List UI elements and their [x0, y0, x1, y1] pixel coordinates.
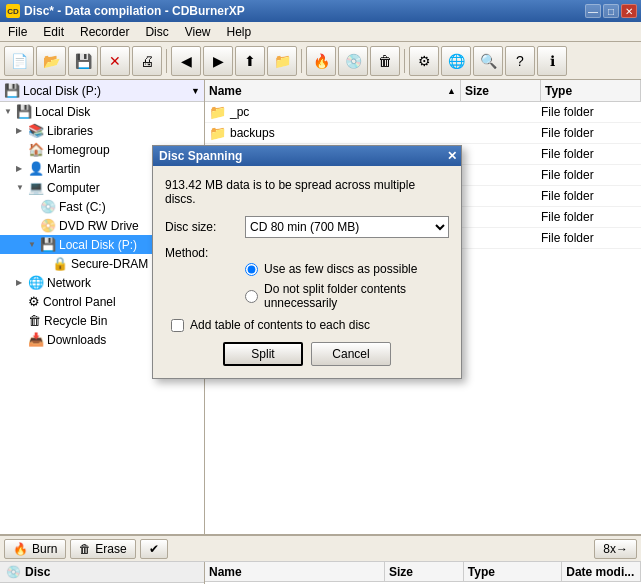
- disc-size-row: Disc size: CD 80 min (700 MB) CD 74 min …: [165, 216, 449, 238]
- checkbox-label: Add table of contents to each disc: [190, 318, 370, 332]
- dialog-message: 913.42 MB data is to be spread across mu…: [165, 178, 449, 206]
- cancel-button[interactable]: Cancel: [311, 342, 391, 366]
- disc-size-select[interactable]: CD 80 min (700 MB) CD 74 min (650 MB) DV…: [245, 216, 449, 238]
- radio1-input[interactable]: [245, 263, 258, 276]
- method-label: Method:: [165, 246, 245, 260]
- dialog-title-text: Disc Spanning: [159, 149, 242, 163]
- toc-checkbox[interactable]: [171, 319, 184, 332]
- checkbox-row: Add table of contents to each disc: [165, 318, 449, 332]
- radio2-row: Do not split folder contents unnecessari…: [165, 282, 449, 310]
- radio2-input[interactable]: [245, 290, 258, 303]
- disc-size-label: Disc size:: [165, 220, 245, 234]
- radio1-label: Use as few discs as possible: [264, 262, 417, 276]
- dialog-body: 913.42 MB data is to be spread across mu…: [153, 166, 461, 378]
- radio1-row: Use as few discs as possible: [165, 262, 449, 276]
- dialog-close-button[interactable]: ✕: [447, 149, 457, 163]
- dialog-title-bar: Disc Spanning ✕: [153, 146, 461, 166]
- radio2-label: Do not split folder contents unnecessari…: [264, 282, 449, 310]
- disc-spanning-dialog: Disc Spanning ✕ 913.42 MB data is to be …: [152, 145, 462, 379]
- split-button[interactable]: Split: [223, 342, 303, 366]
- dialog-buttons: Split Cancel: [165, 342, 449, 366]
- method-label-row: Method:: [165, 246, 449, 260]
- dialog-overlay: Disc Spanning ✕ 913.42 MB data is to be …: [0, 0, 641, 584]
